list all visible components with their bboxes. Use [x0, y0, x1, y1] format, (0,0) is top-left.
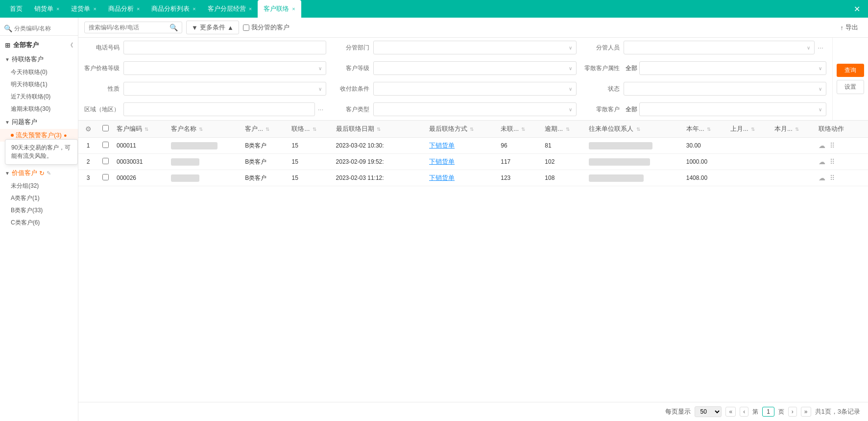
row-checkbox[interactable] [102, 158, 109, 164]
sidebar-group-pending[interactable]: ▼ 待联络客户 [0, 52, 78, 66]
edit-icon[interactable]: ✎ [47, 170, 51, 176]
nav-product-analysis[interactable]: 商品分析 × [102, 0, 145, 18]
more-icon[interactable]: ⠿ [830, 142, 835, 149]
cell-name: ██ [167, 170, 241, 186]
person-ellipsis[interactable]: ··· [815, 44, 826, 51]
nav-customer-contact[interactable]: 客户联络 × [258, 0, 301, 18]
query-button[interactable]: 查询 [837, 64, 864, 77]
arrow-problem-icon: ▼ [5, 120, 10, 125]
dept-select[interactable]: ∨ [373, 41, 576, 54]
person-select[interactable]: ∨ [624, 41, 815, 54]
sort-year-icon[interactable]: ⇅ [707, 126, 711, 132]
content-area: 🔍 ▼ 更多条件 ▲ 我分管的客户 ↑ 导出 [78, 18, 868, 421]
sort-date-icon[interactable]: ⇅ [377, 126, 381, 132]
top-nav: 首页 销货单 × 进货单 × 商品分析 × 商品分析列表 × 客户分层经营 × … [0, 0, 868, 18]
close-salesperson-icon[interactable]: × [56, 6, 59, 12]
gear-icon[interactable]: ⚙ [85, 125, 92, 133]
more-icon[interactable]: ⠿ [830, 158, 835, 166]
refresh-icon[interactable]: ↻ [39, 170, 45, 177]
sort-lastmonth-icon[interactable]: ⇅ [751, 126, 755, 132]
more-icon[interactable]: ⠿ [830, 174, 835, 182]
last-way-link[interactable]: 下销货单 [429, 142, 455, 149]
chat-icon[interactable]: ☁ [819, 142, 825, 149]
sort-contacts-icon[interactable]: ⇅ [636, 126, 640, 132]
export-button[interactable]: ↑ 导出 [837, 21, 863, 34]
sort-way-icon[interactable]: ⇅ [470, 126, 474, 132]
payment-select[interactable]: ∨ [373, 82, 576, 96]
cell-action: ☁ ⠿ [815, 138, 868, 154]
sort-contact-icon[interactable]: ⇅ [313, 126, 316, 132]
sort-month-icon[interactable]: ⇅ [795, 126, 799, 132]
sort-code-icon[interactable]: ⇅ [145, 126, 148, 132]
row-checkbox[interactable] [102, 142, 109, 148]
row-checkbox[interactable] [102, 174, 109, 180]
sidebar-item-overdue[interactable]: 逾期未联络(30) [0, 103, 78, 115]
th-seq: ⚙ [78, 121, 98, 138]
table-area: ⚙ 客户编码 ⇅ 客户名称 ⇅ [78, 121, 868, 402]
sort-type-icon[interactable]: ⇅ [265, 126, 269, 132]
nav-product-list[interactable]: 商品分析列表 × [145, 0, 201, 18]
nature-select[interactable]: ∨ [123, 82, 326, 96]
sidebar-search-input[interactable] [14, 25, 78, 32]
close-product-list-icon[interactable]: × [193, 6, 195, 12]
person-chevron-icon: ∨ [807, 45, 810, 50]
sidebar-item-class-a[interactable]: A类客户(1) [0, 192, 78, 204]
region-select[interactable] [123, 102, 315, 116]
close-customer-tier-icon[interactable]: × [249, 6, 252, 12]
sidebar-item-class-b[interactable]: B类客户(33) [0, 204, 78, 217]
nature-chevron-icon: ∨ [318, 86, 322, 92]
last-page-button[interactable]: » [801, 407, 811, 417]
sort-overdue-icon[interactable]: ⇅ [566, 126, 570, 132]
th-this-month: 本月... ⇅ [771, 121, 815, 138]
per-page-select[interactable]: 50 100 200 [695, 406, 722, 417]
my-customers-check[interactable] [243, 25, 249, 31]
sidebar-item-week[interactable]: 近7天待联络(0) [0, 91, 78, 103]
retail-select[interactable]: ∨ [639, 102, 826, 116]
region-ellipsis[interactable]: ··· [315, 105, 327, 113]
filter-payment: 收付款条件 ∨ [334, 82, 576, 96]
more-conditions-button[interactable]: ▼ 更多条件 ▲ [186, 21, 239, 34]
search-icon[interactable]: 🔍 [169, 24, 178, 31]
sort-name-icon[interactable]: ⇅ [199, 126, 203, 132]
last-way-link[interactable]: 下销货单 [429, 158, 455, 165]
my-customers-checkbox[interactable]: 我分管的客户 [243, 23, 289, 32]
sidebar-group-problem[interactable]: ▼ 问题客户 [0, 115, 78, 129]
search-input[interactable] [89, 24, 169, 31]
close-product-analysis-icon[interactable]: × [137, 6, 140, 12]
page-unit: 页 [778, 408, 784, 416]
nav-purchase[interactable]: 进货单 × [65, 0, 102, 18]
close-purchase-icon[interactable]: × [93, 6, 96, 12]
phone-input[interactable] [123, 41, 326, 54]
sort-uncontact-icon[interactable]: ⇅ [521, 126, 525, 132]
chat-icon[interactable]: ☁ [819, 158, 825, 166]
customer-type-select[interactable]: ∨ [373, 102, 576, 116]
sidebar-all-customers[interactable]: ⊞ 全部客户 《 [0, 38, 78, 52]
next-page-button[interactable]: › [788, 407, 797, 417]
sidebar-item-class-c[interactable]: C类客户(6) [0, 217, 78, 229]
chevron-up-icon: ▲ [227, 24, 234, 31]
filter-retail-attr: 零散客户属性 全部 ∨ [584, 61, 826, 75]
nav-home[interactable]: 首页 [4, 4, 28, 13]
close-customer-contact-icon[interactable]: × [292, 6, 295, 12]
first-page-button[interactable]: « [725, 407, 736, 417]
sidebar-item-today[interactable]: 今天待联络(0) [0, 66, 78, 78]
sidebar-item-ungrouped[interactable]: 未分组(32) [0, 180, 78, 192]
sidebar-item-tomorrow[interactable]: 明天待联络(1) [0, 78, 78, 91]
chat-icon[interactable]: ☁ [819, 174, 825, 182]
nav-salesperson[interactable]: 销货单 × [28, 0, 65, 18]
settings-button[interactable]: 设置 [837, 80, 864, 94]
filter-customer-level: 客户等级 ∨ [334, 61, 576, 75]
price-level-select[interactable]: ∨ [123, 61, 326, 75]
sidebar-group-value[interactable]: ▼ 价值客户 ↻ ✎ [0, 166, 78, 180]
customer-level-select[interactable]: ∨ [373, 61, 576, 75]
prev-page-button[interactable]: ‹ [740, 407, 748, 417]
select-all-checkbox[interactable] [102, 125, 109, 131]
table-row: 2 00030031 ██ B类客户 15 2023-02-09 19:52: … [78, 154, 868, 170]
cell-uncontact: 96 [497, 138, 541, 154]
last-way-link[interactable]: 下销货单 [429, 174, 455, 181]
status-select[interactable]: ∨ [624, 82, 826, 96]
nav-customer-tier[interactable]: 客户分层经营 × [202, 0, 258, 18]
retail-attr-select[interactable]: ∨ [639, 61, 826, 75]
close-all-icon[interactable]: ✕ [850, 4, 864, 14]
cell-last-way: 下销货单 [425, 154, 497, 170]
